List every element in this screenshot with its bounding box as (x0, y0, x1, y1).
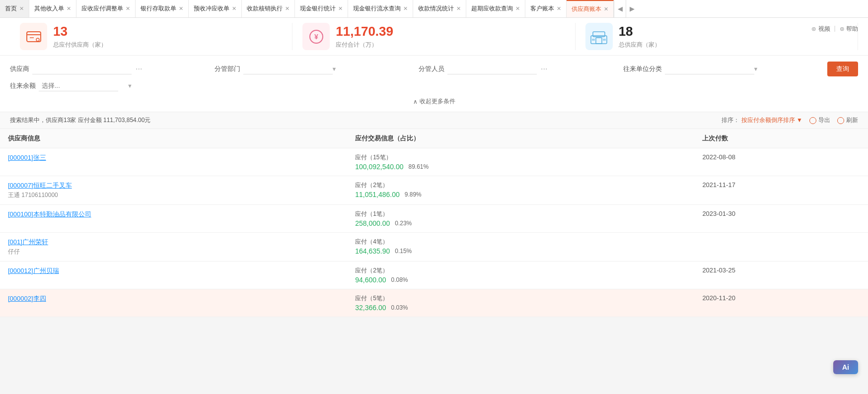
svg-rect-0 (27, 32, 41, 42)
filter-balance-input[interactable] (42, 82, 125, 89)
amount-value[interactable]: 32,366.00 (355, 304, 386, 312)
filter-category-label: 往来单位分类 (623, 65, 662, 73)
amount-value[interactable]: 258,000.00 (355, 219, 390, 227)
sort-value-text: 按应付余额倒序排序 (741, 117, 795, 124)
tx-info-cell: 应付（2笔）94,600.000.08% (347, 262, 694, 289)
nav-tab-bank-deposit[interactable]: 银行存取款单 ✕ (136, 0, 189, 17)
nav-tab-customer-ledger-label: 客户账本 (530, 4, 554, 13)
supplier-info-cell: [000012]广州贝瑞 (0, 262, 347, 289)
nav-tab-other-income[interactable]: 其他收入单 ✕ (29, 0, 76, 17)
nav-tab-prepay[interactable]: 预收冲应收单 ✕ (189, 0, 242, 17)
collapse-chevron-icon: ∧ (413, 98, 418, 105)
tx-label: 应付（5笔） (355, 294, 686, 303)
table-header-row: 供应商信息 应付交易信息（占比） 上次付数 (0, 129, 868, 148)
svg-point-3 (36, 38, 39, 41)
nav-arrow-left[interactable]: ◀ (614, 0, 626, 18)
filter-person-input[interactable] (447, 64, 537, 74)
payable-suppliers-icon (20, 23, 47, 50)
amount-value[interactable]: 100,092,540.00 (355, 163, 403, 171)
nav-tab-bank-deposit-close[interactable]: ✕ (179, 5, 183, 12)
help-link[interactable]: ⊙ 帮助 (840, 25, 858, 33)
filter-category-input[interactable] (668, 65, 751, 72)
nav-tab-supplier-ledger-close[interactable]: ✕ (604, 6, 608, 12)
supplier-link[interactable]: [001]广州荣轩 (8, 238, 48, 246)
sort-value[interactable]: 按应付余额倒序排序 ▼ (741, 117, 802, 124)
payable-total-icon: ¥ (302, 23, 330, 50)
nav-tab-collection-label: 收款核销执行 (247, 4, 283, 13)
amount-value[interactable]: 94,600.00 (355, 276, 386, 284)
nav-tab-cash-flow[interactable]: 现金银行流水查询 ✕ (348, 0, 413, 17)
nav-tab-cash-stat[interactable]: 现金银行统计 ✕ (295, 0, 348, 17)
filter-category-chevron-icon: ▼ (753, 66, 759, 72)
refresh-button[interactable]: 刷新 (837, 116, 858, 125)
amount-value[interactable]: 164,635.90 (355, 247, 390, 255)
amount-pct: 0.08% (391, 276, 408, 283)
nav-tab-ap-adjust-close[interactable]: ✕ (126, 5, 130, 12)
tx-info-cell: 应付（1笔）258,000.000.23% (347, 205, 694, 233)
nav-tab-cash-stat-close[interactable]: ✕ (338, 5, 343, 12)
data-table-wrapper: 供应商信息 应付交易信息（占比） 上次付数 [000001]张三应付（15笔）1… (0, 129, 868, 317)
query-button[interactable]: 查询 (827, 62, 858, 76)
amount-pct: 0.23% (395, 220, 412, 227)
payable-total-label: 应付合计（万） (336, 41, 393, 49)
supplier-link[interactable]: [000002]李四 (8, 295, 46, 302)
nav-tab-collection-close[interactable]: ✕ (285, 5, 289, 12)
nav-tab-overdue-close[interactable]: ✕ (515, 5, 520, 12)
nav-arrow-right[interactable]: ▶ (626, 0, 638, 18)
nav-tab-collection[interactable]: 收款核销执行 ✕ (242, 0, 295, 17)
nav-tab-prepay-close[interactable]: ✕ (232, 5, 236, 12)
nav-tab-overdue[interactable]: 超期应收款查询 ✕ (466, 0, 525, 17)
nav-tab-other-income-close[interactable]: ✕ (67, 5, 71, 12)
supplier-table: 供应商信息 应付交易信息（占比） 上次付数 [000001]张三应付（15笔）1… (0, 129, 868, 317)
links-divider: | (834, 25, 836, 33)
tx-label: 应付（1笔） (355, 210, 686, 218)
filter-dept-select[interactable]: ▼ (243, 64, 333, 74)
filter-dept-input[interactable] (246, 65, 330, 72)
filter-supplier-input[interactable] (32, 64, 132, 74)
amount-pct: 9.89% (405, 191, 422, 198)
nav-tab-receipt-stat-close[interactable]: ✕ (456, 5, 461, 12)
supplier-link[interactable]: [000007]恒旺二手叉车 (8, 182, 72, 189)
filter-row-1: 供应商 ··· 分管部门 ▼ 分管人员 ··· 往来单位分类 ▼ 查询 (10, 62, 858, 76)
supplier-link[interactable]: [000100]本特勤油品有限公司 (8, 210, 91, 218)
filter-supplier-dots[interactable]: ··· (136, 65, 142, 73)
summary-item-payable-suppliers: 13 总应付供应商（家） (10, 23, 292, 50)
col-header-last-date: 上次付数 (694, 129, 868, 148)
table-row: [000001]张三应付（15笔）100,092,540.0089.61%202… (0, 148, 868, 176)
supplier-link[interactable]: [000012]广州贝瑞 (8, 267, 59, 274)
filter-balance-select[interactable]: ▼ (39, 80, 118, 91)
tx-info-cell: 应付（4笔）164,635.900.15% (347, 233, 694, 262)
amount-value[interactable]: 11,051,486.00 (355, 191, 400, 198)
nav-tab-receipt-stat[interactable]: 收款情况统计 ✕ (413, 0, 466, 17)
last-date-cell: 2020-11-20 (694, 289, 868, 317)
nav-tab-other-income-label: 其他收入单 (34, 4, 64, 13)
col-header-supplier: 供应商信息 (0, 129, 347, 148)
collapse-button[interactable]: ∧ 收起更多条件 (10, 95, 858, 108)
last-date-cell: 2023-01-30 (694, 205, 868, 233)
nav-tab-customer-ledger[interactable]: 客户账本 ✕ (525, 0, 567, 17)
nav-tab-home-label: 首页 (5, 4, 17, 13)
filter-category-select[interactable]: ▼ (665, 64, 754, 74)
nav-tab-cash-flow-close[interactable]: ✕ (403, 5, 408, 12)
nav-tab-customer-ledger-close[interactable]: ✕ (557, 5, 561, 12)
supplier-link[interactable]: [000001]张三 (8, 154, 46, 161)
filter-person-dots[interactable]: ··· (541, 65, 547, 73)
nav-tab-home-close[interactable]: ✕ (19, 5, 24, 12)
table-row: [000002]李四应付（5笔）32,366.000.03%2020-11-20 (0, 289, 868, 317)
payable-suppliers-text: 13 总应付供应商（家） (53, 24, 107, 49)
summary-item-payable-total: ¥ 11,170.39 应付合计（万） (292, 23, 575, 50)
filter-category: 往来单位分类 ▼ (623, 64, 820, 74)
nav-tab-home[interactable]: 首页 ✕ (0, 0, 29, 17)
result-summary-text: 搜索结果中，供应商13家 应付金额 111,703,854.00元 (10, 116, 150, 125)
supplier-sub: 仔仔 (8, 248, 339, 256)
nav-tab-prepay-label: 预收冲应收单 (194, 4, 229, 13)
filter-dept-label: 分管部门 (215, 65, 240, 73)
nav-tab-ap-adjust-label: 应收应付调整单 (81, 4, 123, 13)
export-icon (809, 117, 816, 124)
export-button[interactable]: 导出 (809, 116, 830, 125)
supplier-sub: 王通 17106110000 (8, 191, 339, 199)
nav-tab-ap-adjust[interactable]: 应收应付调整单 ✕ (76, 0, 136, 17)
video-link[interactable]: ⊙ 视频 (811, 25, 830, 33)
amount-pct: 0.15% (395, 248, 412, 255)
nav-tab-supplier-ledger[interactable]: 供应商账本 ✕ (567, 0, 614, 17)
